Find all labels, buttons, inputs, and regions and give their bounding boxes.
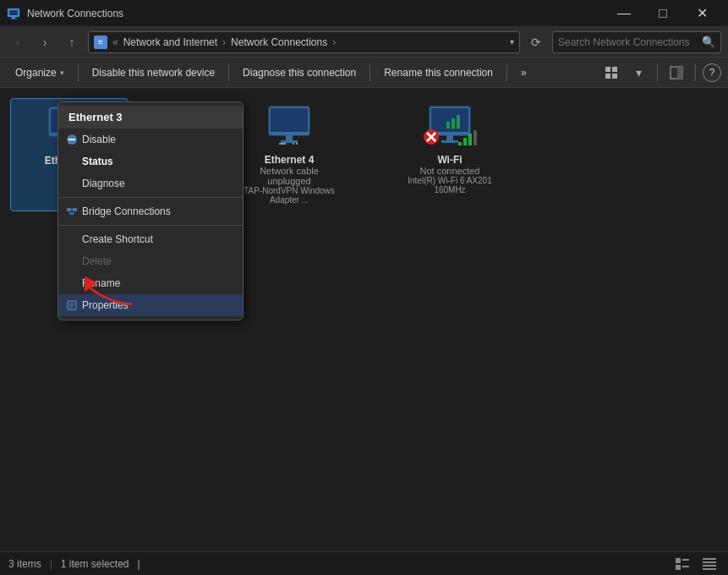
bridge-icon	[65, 205, 79, 218]
wifi-label: Wi-Fi	[437, 154, 462, 166]
disable-button[interactable]: Disable this network device	[84, 61, 223, 85]
svg-rect-25	[441, 140, 458, 143]
svg-rect-53	[703, 568, 716, 570]
help-button[interactable]: ?	[703, 63, 721, 82]
more-button[interactable]: »	[512, 61, 535, 85]
close-button[interactable]: ✕	[682, 0, 721, 27]
svg-rect-49	[682, 566, 689, 567]
properties-icon	[65, 298, 79, 312]
ethernet4-status: Network cable unplugged	[237, 166, 342, 186]
view-dropdown-button[interactable]: ▾	[627, 61, 650, 85]
ethernet4-icon	[262, 105, 316, 149]
svg-rect-6	[605, 74, 610, 79]
svg-rect-33	[463, 138, 467, 145]
wifi-status: Not connected	[420, 166, 480, 176]
ctx-properties[interactable]: Properties	[58, 294, 243, 316]
search-icon: 🔍	[702, 36, 715, 48]
toolbar-sep-1	[78, 64, 79, 81]
svg-rect-48	[682, 559, 689, 561]
svg-rect-2	[12, 17, 15, 19]
app-icon	[7, 7, 20, 20]
ctx-shortcut[interactable]: Create Shortcut	[58, 228, 243, 250]
breadcrumb-bar[interactable]: ≡ « Network and Internet › Network Conne…	[88, 31, 520, 53]
status-right-icons	[672, 555, 720, 573]
breadcrumb-dropdown-btn[interactable]: ▾	[510, 37, 514, 47]
ctx-divider-1	[58, 197, 243, 198]
svg-rect-5	[612, 67, 617, 72]
preview-pane-button[interactable]	[665, 61, 688, 85]
title-bar: Network Connections — □ ✕	[0, 0, 728, 27]
ethernet4-label: Ethernet 4	[265, 154, 315, 166]
minimize-button[interactable]: —	[605, 0, 643, 27]
status-view-list-button[interactable]	[672, 555, 692, 573]
rename-button[interactable]: Rename this connection	[375, 61, 501, 85]
svg-rect-7	[612, 74, 617, 79]
ethernet4-sub: TAP-NordVPN Windows Adapter ...	[237, 186, 342, 205]
svg-rect-9	[677, 67, 682, 79]
address-bar: ‹ › ↑ ≡ « Network and Internet › Network…	[0, 27, 728, 58]
svg-rect-50	[703, 558, 716, 560]
location-icon: ≡	[94, 36, 107, 49]
ctx-bridge[interactable]: Bridge Connections	[58, 200, 243, 222]
ctx-disable[interactable]: Disable	[58, 129, 243, 151]
svg-rect-24	[446, 135, 453, 140]
preview-icon	[670, 66, 683, 79]
svg-rect-1	[9, 10, 18, 15]
svg-rect-18	[286, 135, 293, 140]
context-menu-header: Ethernet 3	[58, 106, 243, 129]
wifi-sub: Intel(R) Wi-Fi 6 AX201 160MHz	[397, 176, 502, 194]
rename-icon-placeholder	[65, 277, 79, 290]
svg-rect-34	[468, 134, 472, 145]
svg-rect-4	[605, 67, 610, 72]
svg-rect-38	[67, 208, 71, 211]
breadcrumb-network[interactable]: Network and Internet	[123, 36, 217, 48]
window-title: Network Connections	[27, 8, 123, 19]
ethernet4-item[interactable]: Ethernet 4 Network cable unplugged TAP-N…	[230, 98, 348, 211]
back-button[interactable]: ‹	[7, 31, 29, 53]
svg-rect-37	[68, 139, 75, 140]
view-tiles-button[interactable]	[599, 61, 623, 85]
signal-icon	[458, 130, 477, 145]
item-count: 3 items	[8, 558, 41, 570]
wifi-item[interactable]: Wi-Fi Not connected Intel(R) Wi-Fi 6 AX2…	[391, 98, 509, 211]
svg-rect-28	[457, 115, 460, 129]
toolbar: Organize ▾ Disable this network device D…	[0, 58, 728, 88]
svg-rect-27	[452, 118, 455, 129]
svg-rect-51	[703, 561, 716, 563]
ctx-diagnose[interactable]: Diagnose	[58, 172, 243, 194]
cursor-indicator: |	[138, 558, 140, 570]
diagnose-button[interactable]: Diagnose this connection	[234, 61, 364, 85]
search-input[interactable]	[558, 36, 698, 48]
svg-rect-39	[73, 208, 77, 211]
ctx-rename[interactable]: Rename	[58, 272, 243, 294]
forward-button[interactable]: ›	[34, 31, 56, 53]
toolbar-sep-6	[695, 64, 696, 81]
toolbar-sep-5	[657, 64, 658, 81]
svg-rect-26	[446, 122, 450, 129]
ctx-status[interactable]: Status	[58, 151, 243, 172]
ctx-delete: Delete	[58, 250, 243, 272]
up-button[interactable]: ↑	[61, 31, 83, 53]
wifi-disconnect-icon	[423, 129, 440, 145]
maximize-button[interactable]: □	[643, 0, 682, 27]
toolbar-sep-3	[369, 64, 370, 81]
svg-rect-17	[271, 108, 308, 132]
window-controls: — □ ✕	[605, 0, 721, 27]
svg-rect-35	[473, 130, 477, 145]
status-view-details-button[interactable]	[699, 555, 720, 573]
status-icon-placeholder	[65, 155, 79, 168]
toolbar-sep-2	[228, 64, 229, 81]
organize-chevron: ▾	[60, 68, 64, 77]
svg-rect-41	[69, 212, 74, 215]
svg-rect-46	[676, 558, 681, 563]
organize-button[interactable]: Organize ▾	[7, 61, 73, 85]
delete-icon-placeholder	[65, 255, 79, 268]
breadcrumb-connections[interactable]: Network Connections	[231, 36, 327, 48]
wifi-icon-wrapper	[423, 105, 477, 149]
refresh-button[interactable]: ⟳	[525, 31, 547, 53]
search-box: 🔍	[552, 31, 721, 53]
status-bar: 3 items | 1 item selected |	[0, 551, 728, 575]
selected-count: 1 item selected	[61, 558, 129, 570]
tiles-icon	[605, 66, 618, 79]
diagnose-icon-placeholder	[65, 177, 79, 190]
